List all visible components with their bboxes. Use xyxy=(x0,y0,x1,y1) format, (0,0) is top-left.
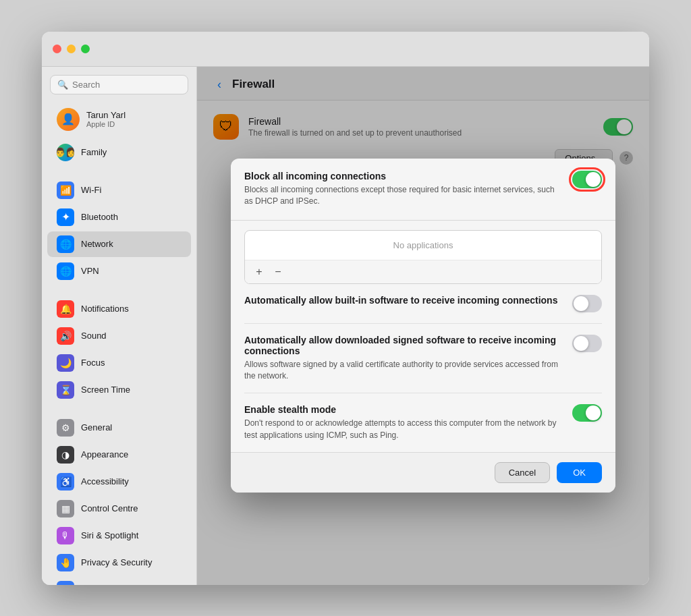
main-content: ‹ Firewall 🛡 Firewall The firewall is tu… xyxy=(197,67,649,585)
stealth-desc: Don't respond to or acknowledge attempts… xyxy=(244,418,561,441)
firewall-options-modal: Block all incoming connections Blocks al… xyxy=(231,159,615,493)
block-all-section: Block all incoming connections Blocks al… xyxy=(231,159,615,221)
sidebar-label-bluetooth: Bluetooth xyxy=(81,212,118,222)
apps-section: No applications + − xyxy=(231,221,615,284)
sidebar-item-notifications[interactable]: 🔔 Notifications xyxy=(47,296,191,322)
search-box[interactable]: 🔍 xyxy=(50,75,188,94)
privacy-icon: 🤚 xyxy=(57,554,74,571)
auto-signed-title: Automatically allow downloaded signed so… xyxy=(244,335,561,356)
screentime-icon: ⌛ xyxy=(57,381,74,399)
minimize-button[interactable] xyxy=(67,45,76,53)
sidebar-item-vpn[interactable]: 🌐 VPN xyxy=(47,258,191,284)
cancel-button[interactable]: Cancel xyxy=(495,462,550,483)
sidebar-item-controlcentre[interactable]: ▦ Control Centre xyxy=(47,496,191,522)
sidebar-item-appearance[interactable]: ◑ Appearance xyxy=(47,442,191,468)
vpn-icon: 🌐 xyxy=(57,262,74,280)
stealth-title: Enable stealth mode xyxy=(244,404,561,415)
auto-signed-desc: Allows software signed by a valid certif… xyxy=(244,359,561,383)
sidebar-label-notifications: Notifications xyxy=(81,304,129,314)
auto-signed-toggle[interactable] xyxy=(572,335,602,352)
search-icon: 🔍 xyxy=(57,80,68,90)
remove-app-button[interactable]: − xyxy=(271,264,285,279)
avatar: 👤 xyxy=(57,108,80,131)
sidebar-label-appearance: Appearance xyxy=(81,449,128,459)
sidebar-item-screentime[interactable]: ⌛ Screen Time xyxy=(47,377,191,403)
appearance-icon: ◑ xyxy=(57,446,74,464)
sidebar-label-accessibility: Accessibility xyxy=(81,476,129,486)
sidebar-item-desktop[interactable]: 🖥 Desktop & Dock xyxy=(47,577,191,585)
stealth-row: Enable stealth mode Don't respond to or … xyxy=(244,393,602,452)
siri-icon: 🎙 xyxy=(57,527,74,544)
ok-button[interactable]: OK xyxy=(557,462,602,483)
search-input[interactable] xyxy=(72,80,181,90)
sidebar-label-wifi: Wi-Fi xyxy=(81,185,101,195)
auto-signed-row: Automatically allow downloaded signed so… xyxy=(244,324,602,394)
sound-icon: 🔊 xyxy=(57,327,74,345)
notifications-icon: 🔔 xyxy=(57,300,74,318)
sidebar-label-vpn: VPN xyxy=(81,266,99,276)
block-all-desc: Blocks all incoming connections except t… xyxy=(244,184,561,208)
sidebar-item-privacy[interactable]: 🤚 Privacy & Security xyxy=(47,550,191,576)
user-subtitle: Apple ID xyxy=(86,120,126,128)
sidebar-item-siri[interactable]: 🎙 Siri & Spotlight xyxy=(47,523,191,549)
sidebar-item-network[interactable]: 🌐 Network xyxy=(47,231,191,257)
desktop-icon: 🖥 xyxy=(57,581,74,585)
stealth-toggle[interactable] xyxy=(572,404,602,422)
sidebar-item-focus[interactable]: 🌙 Focus xyxy=(47,350,191,376)
apps-list-box: No applications + − xyxy=(244,230,602,284)
sidebar-label-screentime: Screen Time xyxy=(81,385,130,395)
sidebar-label-controlcentre: Control Centre xyxy=(81,503,138,513)
sidebar-label-focus: Focus xyxy=(81,358,105,368)
auto-builtin-row: Automatically allow built-in software to… xyxy=(244,284,602,324)
maximize-button[interactable] xyxy=(81,45,90,53)
sidebar: 🔍 👤 Tarun Yarl Apple ID 👨‍👩 Family 📶 Wi-… xyxy=(42,67,197,585)
family-icon: 👨‍👩 xyxy=(57,144,74,161)
controlcentre-icon: ▦ xyxy=(57,500,74,517)
sidebar-label-siri: Siri & Spotlight xyxy=(81,530,138,540)
close-button[interactable] xyxy=(53,45,61,53)
sidebar-label-network: Network xyxy=(81,239,113,249)
title-bar xyxy=(42,32,649,67)
sidebar-label-general: General xyxy=(81,422,112,432)
sidebar-item-accessibility[interactable]: ♿ Accessibility xyxy=(47,469,191,495)
modal-options: Automatically allow built-in software to… xyxy=(231,284,615,453)
apps-toolbar: + − xyxy=(245,260,601,283)
user-name: Tarun Yarl xyxy=(86,110,126,120)
block-all-title: Block all incoming connections xyxy=(244,171,561,181)
focus-icon: 🌙 xyxy=(57,354,74,372)
block-all-toggle[interactable] xyxy=(572,171,602,188)
sidebar-item-bluetooth[interactable]: ✦ Bluetooth xyxy=(47,204,191,230)
wifi-icon: 📶 xyxy=(57,181,74,199)
sidebar-item-wifi[interactable]: 📶 Wi-Fi xyxy=(47,177,191,203)
main-window: 🔍 👤 Tarun Yarl Apple ID 👨‍👩 Family 📶 Wi-… xyxy=(42,32,649,585)
sidebar-label-privacy: Privacy & Security xyxy=(81,557,152,567)
auto-builtin-toggle[interactable] xyxy=(572,295,602,312)
bluetooth-icon: ✦ xyxy=(57,208,74,226)
sidebar-item-general[interactable]: ⚙ General xyxy=(47,415,191,441)
user-section[interactable]: 👤 Tarun Yarl Apple ID xyxy=(47,103,191,136)
sidebar-label-sound: Sound xyxy=(81,331,107,341)
add-app-button[interactable]: + xyxy=(252,264,267,279)
sidebar-item-family[interactable]: 👨‍👩 Family xyxy=(47,140,191,165)
auto-builtin-title: Automatically allow built-in software to… xyxy=(244,295,561,306)
general-icon: ⚙ xyxy=(57,419,74,437)
network-icon: 🌐 xyxy=(57,235,74,253)
sidebar-item-sound[interactable]: 🔊 Sound xyxy=(47,323,191,349)
window-body: 🔍 👤 Tarun Yarl Apple ID 👨‍👩 Family 📶 Wi-… xyxy=(42,67,649,585)
modal-overlay: Block all incoming connections Blocks al… xyxy=(197,67,649,585)
traffic-lights xyxy=(53,45,90,53)
modal-footer: Cancel OK xyxy=(231,452,615,493)
accessibility-icon: ♿ xyxy=(57,473,74,491)
family-label: Family xyxy=(81,147,107,157)
apps-placeholder: No applications xyxy=(245,231,601,260)
block-all-row: Block all incoming connections Blocks al… xyxy=(244,171,602,208)
sidebar-label-desktop: Desktop & Dock xyxy=(81,584,144,585)
